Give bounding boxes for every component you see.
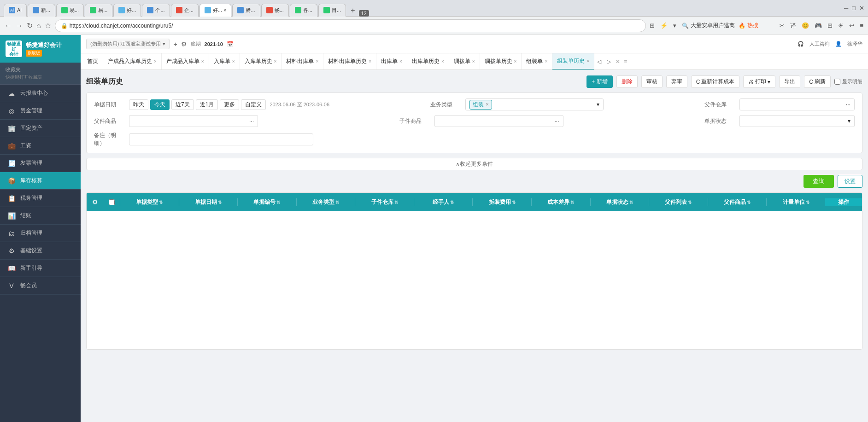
calendar-icon[interactable]: 📅 [227,41,234,47]
column-settings-icon[interactable]: ⚙ [87,198,103,206]
sidebar-item-archive[interactable]: 🗂 归档管理 [0,225,81,242]
star-button[interactable]: ☆ [45,21,51,30]
tab-close-icon[interactable]: × [545,59,547,64]
undo-icon[interactable]: ↩ [849,22,854,29]
tab-outbound[interactable]: 出库单 × [376,53,407,70]
collapse-more-conditions[interactable]: ∧ 收起更多条件 [86,158,862,170]
abandon-button[interactable]: 弃审 [666,75,687,88]
browser-tab-11[interactable]: 各... [290,4,317,17]
sidebar-item-invoice[interactable]: 🧾 发票管理 [0,155,81,172]
add-company-button[interactable]: + [173,40,177,48]
tab-close-icon[interactable]: × [586,58,589,64]
col-child-warehouse[interactable]: 子件仓库 ⇅ [355,198,414,206]
address-input[interactable]: 🔒 https://cloud.chanjet.com/accounting/u… [55,19,646,32]
tab-close-icon[interactable]: × [441,59,444,64]
tabs-close-all-icon[interactable]: ✕ [616,58,620,65]
tab-close-icon[interactable]: × [316,59,318,64]
browser-tab-6[interactable]: 个... [142,4,170,17]
tabs-left-arrow[interactable]: ◁ [594,58,604,65]
browser-tab-3[interactable]: 易... [56,4,84,17]
sidebar-item-report[interactable]: ☁ 云报表中心 [0,85,81,102]
grid-icon[interactable]: ⊞ [827,22,833,29]
col-date[interactable]: 单据日期 ⇅ [179,198,238,206]
tab-close-icon[interactable]: × [232,59,235,64]
col-business-type[interactable]: 业务类型 ⇅ [296,198,355,206]
emoji-icon[interactable]: 😊 [802,22,809,29]
browser-tab-5[interactable]: 好... [113,4,141,17]
tab-material-outbound[interactable]: 材料出库单 × [282,53,323,70]
settings-button[interactable]: 设置 [838,175,862,188]
tab-product-inbound[interactable]: 产成品入库单 × [162,53,209,70]
tab-transfer-history[interactable]: 调拨单历史 × [480,53,522,70]
dropdown-icon[interactable]: ▾ [673,22,676,29]
tab-material-outbound-history[interactable]: 材料出库单历史 × [323,53,376,70]
add-button[interactable]: + 新增 [586,75,612,88]
parent-goods-select[interactable]: ··· [129,115,258,127]
refresh-button[interactable]: C 刷新 [804,75,831,88]
browser-tab-9[interactable]: 腾... [232,4,260,17]
child-goods-select[interactable]: ··· [434,115,563,127]
back-button[interactable]: ← [5,22,12,30]
extensions-icon[interactable]: ⊞ [650,22,655,29]
browser-tab-10[interactable]: 畅... [261,4,289,17]
sidebar-item-guide[interactable]: 📖 新手引导 [0,260,81,277]
tab-close-icon[interactable]: × [514,59,517,64]
browser-tab-4[interactable]: 易... [85,4,112,17]
tab-assembly-history[interactable]: 组装单历史 × [552,53,594,70]
tabs-right-arrow[interactable]: ▷ [604,58,614,65]
service-label[interactable]: 人工咨询 [809,40,830,47]
parent-warehouse-select[interactable]: ··· [739,98,855,110]
tab-inbound[interactable]: 入库单 × [209,53,240,70]
business-type-select[interactable]: 组装 × ▾ [465,98,604,110]
col-cost-diff[interactable]: 成本差异 ⇅ [531,198,590,206]
print-button[interactable]: 🖨 打印 ▾ [743,75,775,88]
date-btn-7days[interactable]: 近7天 [171,99,194,110]
browser-tab-7[interactable]: 企... [171,4,199,17]
forward-button[interactable]: → [16,22,23,30]
tab-close-icon[interactable]: × [154,59,157,64]
sidebar-item-tax[interactable]: 📋 税务管理 [0,190,81,207]
date-btn-yesterday[interactable]: 昨天 [129,99,148,110]
settings-gear-icon[interactable]: ⚙ [181,40,187,48]
refresh-button[interactable]: ↻ [27,21,33,30]
col-number[interactable]: 单据编号 ⇅ [237,198,296,206]
minimize-icon[interactable]: ─ [844,5,848,12]
lightning-icon[interactable]: ⚡ [660,22,668,29]
sidebar-item-assets[interactable]: 🏢 固定资产 [0,120,81,137]
user-name[interactable]: 徐泽华 [847,40,862,47]
sidebar-item-finance[interactable]: ◎ 资金管理 [0,102,81,120]
export-button[interactable]: 导出 [779,75,800,88]
date-btn-1month[interactable]: 近1月 [196,99,218,110]
browser-tab-8[interactable]: 好... × [199,4,232,17]
sun-icon[interactable]: ☀ [838,22,844,29]
col-status[interactable]: 单据状态 ⇅ [590,198,649,206]
header-checkbox[interactable] [109,199,115,205]
company-selector[interactable]: (勿删勿禁用) 江西服宝测试专用 ▾ [86,39,170,49]
sidebar-item-member[interactable]: V 畅会员 [0,277,81,295]
date-btn-more[interactable]: 更多 [220,99,239,110]
sidebar-item-inventory[interactable]: 📦 库存核算 [0,172,81,190]
col-disassembly-fee[interactable]: 拆装费用 ⇅ [472,198,531,206]
tab-product-inbound-history[interactable]: 产成品入库单历史 × [103,53,162,70]
audit-button[interactable]: 审核 [641,75,663,88]
translate-icon[interactable]: 译 [790,22,796,30]
scissors-icon[interactable]: ✂ [780,22,785,29]
tab-close-icon[interactable]: × [369,59,371,64]
tabs-more-icon[interactable]: ≡ [624,58,627,65]
status-select[interactable]: ▾ [739,115,855,127]
sidebar-item-settlement[interactable]: 📊 结账 [0,207,81,225]
browser-tab-1[interactable]: Ai Ai [4,4,27,17]
show-detail-toggle[interactable]: 显示明细 [834,78,862,85]
select-all-checkbox[interactable] [103,199,120,205]
browser-tab-12[interactable]: 目... [318,4,346,17]
close-icon[interactable]: ✕ [859,5,864,12]
tab-inbound-history[interactable]: 入库单历史 × [240,53,282,70]
home-button[interactable]: ⌂ [36,22,41,30]
sidebar-item-settings[interactable]: ⚙ 基础设置 [0,242,81,260]
date-btn-custom[interactable]: 自定义 [241,99,266,110]
game-icon[interactable]: 🎮 [815,22,822,29]
tab-transfer[interactable]: 调拨单 × [449,53,480,70]
browser-tab-2[interactable]: 新... [28,4,55,17]
tab-outbound-history[interactable]: 出库单历史 × [407,53,449,70]
query-button[interactable]: 查询 [803,175,834,188]
